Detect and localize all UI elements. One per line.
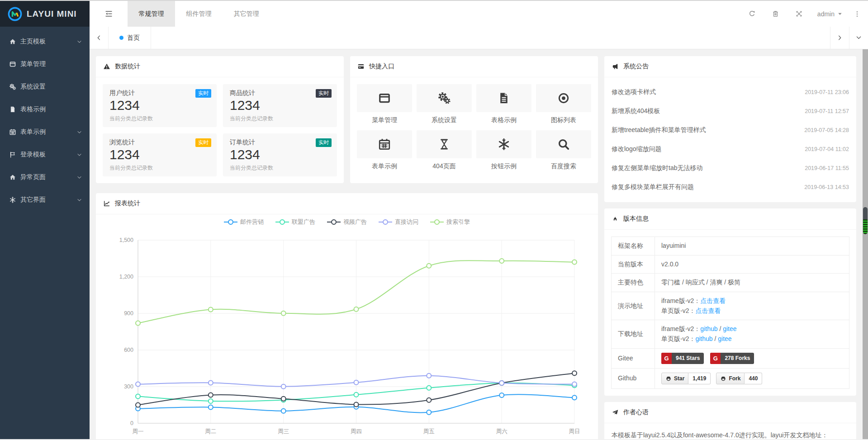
notice-item-2[interactable]: 新增系统404模板2019-07-11 12:57 [612, 102, 849, 121]
legend-item-1[interactable]: 邮件营销 [224, 218, 264, 226]
legend-item-3[interactable]: 视频广告 [327, 218, 367, 226]
vertical-scrollbar[interactable] [863, 49, 868, 439]
quick-entry-box[interactable] [417, 130, 472, 158]
module-tab-3[interactable]: 其它管理 [223, 1, 270, 27]
quick-entry-box[interactable] [536, 84, 591, 112]
tab-home[interactable]: 首页 [109, 27, 151, 49]
module-tab-1[interactable]: 常规管理 [128, 1, 175, 27]
quick-entry-8[interactable]: 百度搜索 [536, 130, 591, 170]
sidebar: LAYUI MINI 主页模板菜单管理系统设置表格示例表单示例登录模板异常页面其… [0, 1, 90, 439]
version-row-label: Github [612, 369, 655, 389]
legend-item-2[interactable]: 联盟广告 [275, 218, 315, 226]
scrollbar-thumb[interactable] [863, 207, 868, 234]
notice-item-4[interactable]: 修改logo缩放问题2019-07-04 11:02 [612, 140, 849, 159]
sidebar-item-5[interactable]: 表单示例 [0, 121, 90, 143]
quick-entry-box[interactable] [357, 84, 412, 112]
legend-item-5[interactable]: 搜索引擎 [430, 218, 470, 226]
quick-entry-2[interactable]: 系统设置 [417, 84, 472, 124]
stats-card-header: 数据统计 [96, 56, 344, 77]
tab-operations-button[interactable] [849, 27, 868, 49]
sidebar-item-1[interactable]: 主页模板 [0, 30, 90, 53]
quick-entry-box[interactable] [536, 130, 591, 158]
quick-entry-1[interactable]: 菜单管理 [357, 84, 412, 124]
gitee-badge[interactable]: G278 Forks [710, 353, 754, 364]
version-row-value: layuimini [655, 237, 849, 255]
logo[interactable]: LAYUI MINI [0, 1, 90, 27]
quick-entry-box[interactable] [476, 84, 531, 112]
notice-item-1[interactable]: 修改选项卡样式2019-07-11 23:06 [612, 83, 849, 102]
svg-text:周四: 周四 [351, 428, 362, 435]
more-actions-button[interactable] [849, 1, 865, 27]
version-row-label: 主要特色 [612, 274, 655, 292]
module-tab-2[interactable]: 组件管理 [175, 1, 223, 27]
stat-value: 1234 [230, 98, 330, 114]
quick-entry-6[interactable]: 404页面 [417, 130, 472, 170]
clear-cache-button[interactable] [764, 1, 787, 27]
legend-item-4[interactable]: 直接访问 [379, 218, 418, 226]
user-menu[interactable]: admin [811, 10, 849, 18]
sidebar-item-7[interactable]: 异常页面 [0, 166, 90, 189]
sidebar-toggle-button[interactable] [90, 1, 128, 27]
notice-title: 新增treetable插件和菜单管理样式 [612, 126, 706, 134]
notice-item-6[interactable]: 修复多模块菜单栏展开有问题2019-06-13 14:53 [612, 178, 849, 197]
caret-down-icon [837, 11, 843, 17]
stat-box-4: 订单统计1234当前分类总记录数实时 [223, 133, 337, 176]
active-tab-dot-icon [119, 36, 123, 40]
sidebar-item-3[interactable]: 系统设置 [0, 76, 90, 98]
github-fork-badge[interactable]: Fork440 [716, 373, 762, 384]
gitee-badge[interactable]: G941 Stars [661, 353, 704, 364]
version-link[interactable]: gitee [718, 335, 731, 342]
version-row-7: GithubStar1,419Fork440 [612, 369, 849, 389]
fullscreen-button[interactable] [787, 1, 811, 27]
main-area: 常规管理组件管理其它管理 admin 首页 [90, 1, 868, 439]
quick-entry-5[interactable]: 表单示例 [357, 130, 412, 170]
version-row-4: 演示地址iframe版-v2：点击查看单页版-v2：点击查看 [612, 292, 849, 320]
asterisk-icon [497, 137, 511, 151]
quick-entry-4[interactable]: 图标列表 [536, 84, 591, 124]
quick-entry-box[interactable] [417, 84, 472, 112]
notice-title: 修复多模块菜单栏展开有问题 [612, 183, 694, 191]
version-row-value: v2.0.0 [655, 255, 849, 274]
username: admin [817, 10, 835, 18]
sidebar-item-8[interactable]: 其它界面 [0, 189, 90, 211]
notice-date: 2019-07-11 12:57 [805, 108, 849, 114]
sidebar-item-6[interactable]: 登录模板 [0, 143, 90, 166]
notice-card-header: 系统公告 [604, 56, 856, 77]
quick-entry-box[interactable] [357, 130, 412, 158]
version-link[interactable]: 点击查看 [695, 307, 721, 314]
chev-down-icon [76, 129, 82, 135]
sidebar-item-label: 其它界面 [20, 196, 46, 204]
version-link[interactable]: github [695, 335, 712, 342]
quick-entry-header: 快捷入口 [350, 56, 598, 77]
chev-down-icon [76, 175, 82, 180]
quick-entry-box[interactable] [476, 130, 531, 158]
stat-value: 1234 [109, 98, 210, 114]
quick-entry-card: 快捷入口 菜单管理系统设置表格示例图标列表表单示例404页面按钮示例百度搜索 [350, 56, 598, 183]
version-link[interactable]: 点击查看 [700, 297, 726, 304]
version-link[interactable]: github [700, 325, 717, 332]
refresh-icon [748, 10, 756, 18]
stat-label: 浏览统计 [109, 138, 210, 147]
quick-entry-3[interactable]: 表格示例 [476, 84, 531, 124]
svg-text:周五: 周五 [423, 428, 435, 435]
version-link[interactable]: gitee [723, 325, 736, 332]
refresh-button[interactable] [740, 1, 764, 27]
version-row-label: 框架名称 [612, 237, 655, 255]
version-row-label: 演示地址 [612, 292, 655, 320]
tab-scroll-right-button[interactable] [830, 27, 849, 49]
file-icon [497, 91, 511, 105]
stat-label: 用户统计 [109, 89, 210, 97]
sidebar-item-4[interactable]: 表格示例 [0, 98, 90, 121]
quick-entry-7[interactable]: 按钮示例 [476, 130, 531, 170]
notice-item-5[interactable]: 修复左侧菜单缩放时tab无法移动2019-06-17 11:55 [612, 159, 849, 178]
notice-item-3[interactable]: 新增treetable插件和菜单管理样式2019-07-05 14:28 [612, 121, 849, 140]
cogs-icon [9, 83, 16, 90]
stat-label: 商品统计 [230, 89, 330, 97]
sidebar-item-2[interactable]: 菜单管理 [0, 53, 90, 76]
github-star-badge[interactable]: Star1,419 [661, 373, 711, 384]
svg-text:周六: 周六 [496, 428, 508, 435]
notice-date: 2019-07-11 23:06 [805, 89, 849, 95]
tab-scroll-left-button[interactable] [90, 27, 109, 49]
calendar-icon [378, 137, 391, 151]
version-row-value: G941 StarsG278 Forks [655, 348, 849, 369]
